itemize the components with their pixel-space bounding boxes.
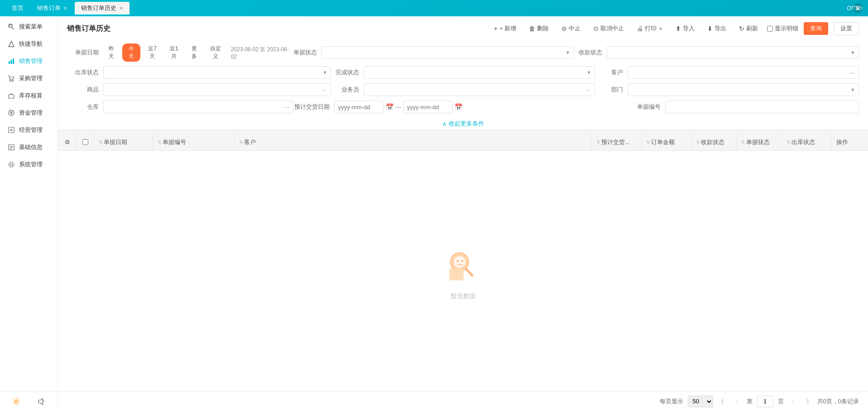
sort-doc-status-icon: ⇅ xyxy=(741,140,745,145)
outbound-status-label: 出库状态 xyxy=(67,68,103,77)
window-close-button[interactable]: ✕ xyxy=(853,3,863,13)
date-btn-7days[interactable]: 近7天 xyxy=(143,44,162,62)
settings-button[interactable]: 设置 xyxy=(834,22,859,35)
customer-select[interactable]: ··· xyxy=(628,66,859,79)
th-action: 操作 xyxy=(832,134,868,150)
doc-number-input[interactable] xyxy=(665,101,859,113)
product-select[interactable]: ··· xyxy=(103,83,331,96)
per-page-label: 每页显示 xyxy=(660,397,683,406)
sidebar-item-purchase-mgmt[interactable]: 采购管理 xyxy=(0,70,58,87)
th-gear[interactable]: ⚙ xyxy=(58,134,77,150)
sidebar-quick-nav-label: 快捷导航 xyxy=(19,40,43,48)
table-area: ⚙ ⇅ 单据日期 ⇅ 单据编号 ⇅ 客户 ⇅ xyxy=(58,134,868,391)
doc-status-label: 单据状态 xyxy=(289,48,321,57)
per-page-select[interactable]: 20 50 100 xyxy=(688,396,713,407)
th-check[interactable] xyxy=(77,134,94,150)
cancel-stop-button[interactable]: ⊙ 取消中止 xyxy=(590,23,628,34)
new-button[interactable]: + + 新增 xyxy=(490,23,520,34)
svg-marker-4 xyxy=(9,41,14,47)
expected-delivery-label: 预计交货日期 xyxy=(293,103,334,111)
th-outbound-status[interactable]: ⇅ 出库状态 xyxy=(782,134,832,150)
salesperson-ellipsis-icon: ··· xyxy=(585,86,591,93)
collapse-bar[interactable]: ∧ 收起更多条件 xyxy=(67,118,859,130)
doc-status-wrapper: ▼ xyxy=(321,46,574,59)
calendar-from-icon[interactable]: 📅 xyxy=(386,103,393,111)
expected-delivery-from[interactable] xyxy=(334,101,384,113)
last-page-button[interactable]: ⟫ xyxy=(803,396,813,406)
delete-button[interactable]: 🗑 删除 xyxy=(525,23,552,34)
sidebar-item-inventory[interactable]: 库存核算 xyxy=(0,87,58,104)
query-button[interactable]: 查询 xyxy=(804,22,828,35)
th-doc-num[interactable]: ⇅ 单据编号 xyxy=(153,134,235,150)
department-select[interactable] xyxy=(628,83,859,96)
sort-doc-num-icon: ⇅ xyxy=(158,140,161,145)
tab-sales-order-history-label: 销售订单历史 xyxy=(81,4,116,12)
sidebar-item-quick-nav[interactable]: 快捷导航 xyxy=(0,35,58,53)
department-label: 部门 xyxy=(595,86,628,94)
receipt-status-select[interactable] xyxy=(607,46,859,59)
refresh-button[interactable]: ↻ 刷新 xyxy=(735,23,762,34)
date-btn-1month[interactable]: 近1月 xyxy=(164,44,183,62)
display-detail-label: 显示明细 xyxy=(775,24,798,33)
display-detail-toggle[interactable]: 显示明细 xyxy=(767,24,798,33)
sidebar-operations-label: 经营管理 xyxy=(19,126,43,134)
doc-status-select[interactable] xyxy=(321,46,574,59)
export-button[interactable]: ⬇ 导出 xyxy=(704,23,730,34)
tab-sales-order-close[interactable]: ✕ xyxy=(63,5,67,11)
calendar-to-icon[interactable]: 📅 xyxy=(455,103,462,111)
sidebar-item-system-mgmt[interactable]: 系统管理 xyxy=(0,156,58,173)
export-label: 导出 xyxy=(715,24,726,33)
first-page-button[interactable]: ⟪ xyxy=(718,396,728,406)
stop-label: 中止 xyxy=(569,24,580,33)
date-btn-yesterday[interactable]: 昨天 xyxy=(103,44,120,62)
receipt-status-wrapper: ▼ xyxy=(607,46,859,59)
date-btn-custom[interactable]: 自定义 xyxy=(205,44,226,62)
sidebar-item-basic-info[interactable]: 基础信息 xyxy=(0,139,58,156)
tab-home[interactable]: 首页 xyxy=(5,2,30,15)
next-page-button[interactable]: › xyxy=(788,396,798,406)
sidebar-item-operations[interactable]: 经营管理 xyxy=(0,121,58,139)
th-doc-status[interactable]: ⇅ 单据状态 xyxy=(737,134,782,150)
svg-rect-6 xyxy=(11,60,12,64)
completion-status-select[interactable] xyxy=(364,66,595,79)
doc-date-value: 昨天 今天 近7天 近1月 更多 自定义 2023-06-02 至 2023-0… xyxy=(103,44,289,62)
import-button[interactable]: ⬆ 导入 xyxy=(672,23,698,34)
tab-sales-order[interactable]: 销售订单 ✕ xyxy=(31,2,74,15)
tab-sales-order-history-close[interactable]: ✕ xyxy=(119,5,123,11)
sidebar-item-sales-mgmt[interactable]: 销售管理 xyxy=(0,53,58,70)
page-header: 销售订单历史 + + 新增 🗑 删除 ⊘ 中止 ⊙ xyxy=(58,16,868,130)
volume-icon[interactable] xyxy=(37,397,45,406)
sidebar-item-fund-mgmt[interactable]: ¥ 资金管理 xyxy=(0,104,58,121)
th-doc-date[interactable]: ⇅ 单据日期 xyxy=(94,134,153,150)
tab-sales-order-history[interactable]: 销售订单历史 ✕ xyxy=(75,2,129,15)
svg-point-8 xyxy=(10,80,11,82)
page-label: 第 xyxy=(747,397,753,406)
th-receipt-status-label: 收款状态 xyxy=(701,138,724,146)
date-btn-today[interactable]: 今天 xyxy=(122,44,140,62)
expected-delivery-to[interactable] xyxy=(403,101,453,113)
page-number-input[interactable] xyxy=(757,396,773,407)
th-delivery[interactable]: ⇅ 预计交货... xyxy=(592,134,642,150)
print-button[interactable]: 🖨 打印 ▼ xyxy=(633,23,667,34)
th-customer[interactable]: ⇅ 客户 xyxy=(235,134,592,150)
product-ellipsis-icon: ··· xyxy=(321,86,327,93)
prev-page-button[interactable]: ‹ xyxy=(732,396,742,406)
display-detail-checkbox[interactable] xyxy=(767,26,773,32)
warehouse-select[interactable]: ··· xyxy=(103,101,293,113)
salesperson-select[interactable]: ··· xyxy=(364,83,595,96)
settings-gear-icon[interactable] xyxy=(12,397,20,406)
sidebar-search-menu-label: 搜索菜单 xyxy=(19,23,43,31)
th-receipt-status[interactable]: ⇅ 收款状态 xyxy=(691,134,737,150)
sidebar-purchase-mgmt-label: 采购管理 xyxy=(19,74,43,82)
table-header: ⚙ ⇅ 单据日期 ⇅ 单据编号 ⇅ 客户 ⇅ xyxy=(58,134,868,151)
sort-doc-date-icon: ⇅ xyxy=(99,140,102,145)
th-amount[interactable]: ⇅ 订单金额 xyxy=(642,134,691,150)
svg-line-26 xyxy=(466,269,472,276)
sidebar-sales-mgmt-label: 销售管理 xyxy=(19,57,43,65)
date-btn-more[interactable]: 更多 xyxy=(186,44,202,62)
select-all-checkbox[interactable] xyxy=(82,139,88,145)
delete-label: 删除 xyxy=(537,24,549,33)
outbound-status-select[interactable] xyxy=(103,66,331,79)
sidebar-item-search-menu[interactable]: 搜索菜单 xyxy=(0,18,58,35)
stop-button[interactable]: ⊘ 中止 xyxy=(558,23,584,34)
